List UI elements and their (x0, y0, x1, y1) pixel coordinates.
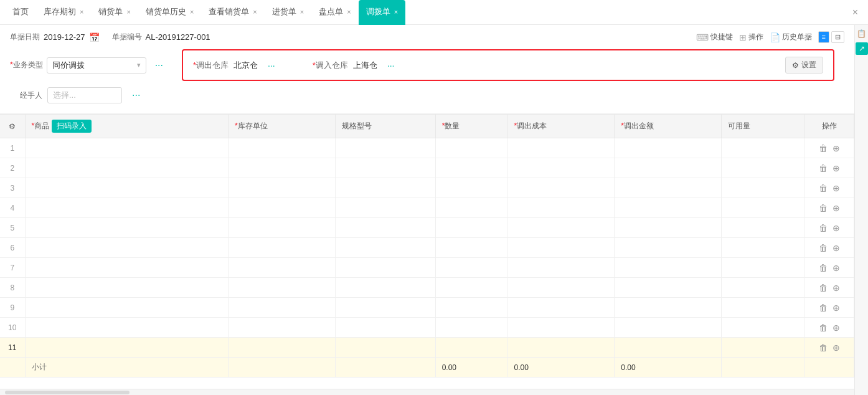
tab-inventory-check[interactable]: 盘点单 × (311, 0, 358, 25)
delete-icon[interactable]: 🗑 (819, 243, 828, 253)
cell-product[interactable] (25, 338, 228, 358)
cell-amount[interactable] (615, 218, 722, 238)
tab-view-sales[interactable]: 查看销货单 × (201, 0, 264, 25)
cell-amount[interactable] (615, 278, 722, 298)
cell-available[interactable] (722, 218, 804, 238)
tab-transfer-order[interactable]: 调拨单 × (359, 0, 405, 25)
biz-type-select[interactable]: 同价调拨 ▾ (47, 57, 146, 74)
cell-cost[interactable] (507, 138, 615, 158)
cell-cost[interactable] (507, 278, 615, 298)
cell-product[interactable] (25, 158, 228, 178)
cell-cost[interactable] (507, 318, 615, 338)
cell-unit[interactable] (228, 138, 335, 158)
close-tab-sales-order[interactable]: × (126, 8, 130, 16)
calendar-icon[interactable]: 📅 (89, 32, 100, 42)
cell-amount[interactable] (615, 158, 722, 178)
cell-available[interactable] (722, 298, 804, 318)
tab-home[interactable]: 首页 (5, 0, 36, 25)
tab-sales-history[interactable]: 销货单历史 × (138, 0, 201, 25)
copy-icon[interactable]: ⊕ (833, 243, 840, 253)
cell-unit[interactable] (228, 218, 335, 238)
cell-qty[interactable] (435, 298, 507, 318)
copy-icon[interactable]: ⊕ (833, 223, 840, 233)
cell-amount[interactable] (615, 258, 722, 278)
tab-inventory-init[interactable]: 库存期初 × (36, 0, 91, 25)
col-settings[interactable]: ⚙ (0, 115, 25, 138)
cell-spec[interactable] (335, 238, 435, 258)
copy-icon[interactable]: ⊕ (833, 163, 840, 173)
cell-spec[interactable] (335, 138, 435, 158)
cell-qty[interactable] (435, 158, 507, 178)
cell-available[interactable] (722, 338, 804, 358)
cell-spec[interactable] (335, 158, 435, 178)
cell-amount[interactable] (615, 338, 722, 358)
copy-icon[interactable]: ⊕ (833, 203, 840, 213)
cell-qty[interactable] (435, 238, 507, 258)
cell-spec[interactable] (335, 338, 435, 358)
cell-amount[interactable] (615, 138, 722, 158)
cell-product[interactable] (25, 298, 228, 318)
cell-amount[interactable] (615, 178, 722, 198)
layout-btn-2[interactable]: ⊟ (831, 31, 844, 43)
cell-unit[interactable] (228, 158, 335, 178)
cell-available[interactable] (722, 198, 804, 218)
cell-spec[interactable] (335, 318, 435, 338)
delete-icon[interactable]: 🗑 (819, 163, 828, 173)
cell-unit[interactable] (228, 338, 335, 358)
delete-icon[interactable]: 🗑 (819, 183, 828, 193)
close-tab-purchase-order[interactable]: × (300, 8, 304, 16)
cell-cost[interactable] (507, 298, 615, 318)
cell-available[interactable] (722, 318, 804, 338)
cell-cost[interactable] (507, 218, 615, 238)
delete-icon[interactable]: 🗑 (819, 263, 828, 273)
settings-button[interactable]: ⚙ 设置 (785, 57, 823, 74)
cell-amount[interactable] (615, 198, 722, 218)
warehouse-in-value[interactable]: 上海仓 (353, 60, 377, 71)
cell-unit[interactable] (228, 318, 335, 338)
cell-cost[interactable] (507, 158, 615, 178)
copy-icon[interactable]: ⊕ (833, 323, 840, 333)
copy-icon[interactable]: ⊕ (833, 283, 840, 293)
close-tab-inventory-init[interactable]: × (80, 8, 83, 16)
horizontal-scrollbar[interactable] (0, 389, 854, 395)
cell-unit[interactable] (228, 278, 335, 298)
close-tab-transfer-order[interactable]: × (394, 8, 398, 16)
cell-amount[interactable] (615, 318, 722, 338)
copy-icon[interactable]: ⊕ (833, 343, 840, 353)
history-button[interactable]: 📄 历史单据 (770, 32, 812, 42)
close-tab-sales-history[interactable]: × (190, 8, 194, 16)
cell-unit[interactable] (228, 258, 335, 278)
cell-qty[interactable] (435, 138, 507, 158)
cell-product[interactable] (25, 178, 228, 198)
cell-unit[interactable] (228, 238, 335, 258)
delete-icon[interactable]: 🗑 (819, 323, 828, 333)
scrollbar-thumb[interactable] (5, 391, 130, 394)
cell-spec[interactable] (335, 218, 435, 238)
warehouse-out-ellipsis[interactable]: ··· (268, 60, 275, 70)
cell-unit[interactable] (228, 298, 335, 318)
handler-ellipsis[interactable]: ··· (132, 90, 140, 101)
cell-qty[interactable] (435, 198, 507, 218)
cell-product[interactable] (25, 138, 228, 158)
cell-available[interactable] (722, 278, 804, 298)
cell-amount[interactable] (615, 298, 722, 318)
cell-spec[interactable] (335, 178, 435, 198)
cell-product[interactable] (25, 218, 228, 238)
cell-cost[interactable] (507, 338, 615, 358)
delete-icon[interactable]: 🗑 (819, 223, 828, 233)
cell-qty[interactable] (435, 278, 507, 298)
cell-unit[interactable] (228, 198, 335, 218)
delete-icon[interactable]: 🗑 (819, 283, 828, 293)
cell-available[interactable] (722, 258, 804, 278)
shortcuts-button[interactable]: ⌨ 快捷键 (696, 32, 733, 42)
cell-available[interactable] (722, 158, 804, 178)
cell-qty[interactable] (435, 338, 507, 358)
cell-unit[interactable] (228, 178, 335, 198)
cell-cost[interactable] (507, 198, 615, 218)
cell-spec[interactable] (335, 198, 435, 218)
biz-type-ellipsis[interactable]: ··· (155, 60, 163, 71)
cell-spec[interactable] (335, 278, 435, 298)
warehouse-out-value[interactable]: 北京仓 (234, 60, 258, 71)
delete-icon[interactable]: 🗑 (819, 143, 828, 153)
close-tab-view-sales[interactable]: × (253, 8, 257, 16)
